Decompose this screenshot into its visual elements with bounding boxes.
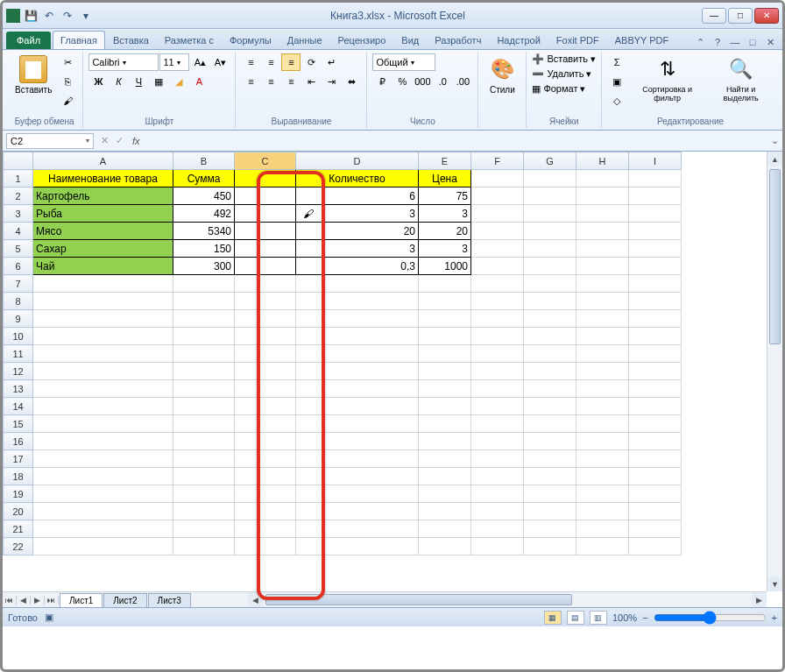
col-header-E[interactable]: E	[419, 152, 471, 170]
cell[interactable]	[235, 520, 296, 538]
doc-close-icon[interactable]: ✕	[763, 35, 777, 49]
font-color-icon[interactable]: A	[189, 73, 209, 90]
zoom-out-icon[interactable]: −	[642, 612, 647, 623]
cell[interactable]	[419, 398, 471, 415]
cell[interactable]: Рыба	[33, 205, 173, 223]
cell[interactable]	[471, 520, 524, 538]
row-header-5[interactable]: 5	[4, 240, 33, 258]
cell[interactable]	[471, 205, 524, 223]
cell[interactable]	[576, 538, 629, 555]
cell[interactable]	[524, 293, 576, 310]
cell[interactable]	[629, 205, 682, 223]
confirm-icon[interactable]: ✓	[112, 135, 127, 146]
cell[interactable]	[235, 450, 296, 468]
cell[interactable]	[576, 380, 629, 398]
ribbon-tab-данные[interactable]: Данные	[279, 31, 330, 49]
cell[interactable]	[524, 345, 576, 363]
cell[interactable]	[235, 415, 296, 433]
ribbon-tab-формулы[interactable]: Формулы	[222, 31, 279, 49]
cell[interactable]	[576, 485, 629, 503]
cell[interactable]	[419, 450, 471, 468]
paste-button[interactable]: Вставить	[11, 53, 55, 96]
cell[interactable]	[524, 328, 576, 345]
row-header-8[interactable]: 8	[4, 293, 33, 310]
ribbon-tab-вид[interactable]: Вид	[393, 31, 427, 49]
ribbon-tab-разметка с[interactable]: Разметка с	[157, 31, 222, 49]
cell[interactable]	[524, 258, 576, 275]
cell[interactable]	[629, 258, 682, 275]
dec-dec-icon[interactable]: .00	[453, 73, 472, 90]
cell[interactable]	[524, 450, 576, 468]
cell[interactable]	[471, 538, 524, 555]
cell[interactable]	[629, 538, 682, 555]
cell[interactable]: 6	[296, 187, 419, 205]
cell[interactable]	[173, 345, 235, 363]
row-header-14[interactable]: 14	[4, 398, 33, 415]
cell[interactable]	[419, 485, 471, 503]
view-normal-icon[interactable]: ▦	[544, 611, 562, 625]
cell[interactable]	[296, 538, 419, 555]
cell[interactable]	[419, 293, 471, 310]
cell[interactable]	[524, 415, 576, 433]
cell[interactable]	[173, 485, 235, 503]
orientation-icon[interactable]: ⟳	[301, 53, 321, 71]
cell[interactable]	[629, 380, 682, 398]
cell[interactable]	[471, 258, 524, 275]
font-size-dropdown[interactable]: 11▾	[159, 53, 189, 71]
cell[interactable]	[296, 485, 419, 503]
cell[interactable]	[471, 223, 524, 240]
cell[interactable]	[629, 345, 682, 363]
header-cell[interactable]: Сумма	[173, 170, 235, 187]
col-header-D[interactable]: D	[296, 152, 419, 170]
ribbon-tab-надстрой[interactable]: Надстрой	[489, 31, 548, 49]
view-break-icon[interactable]: ▥	[590, 611, 607, 625]
comma-icon[interactable]: 000	[413, 73, 432, 90]
cell[interactable]	[296, 328, 419, 345]
cell[interactable]	[419, 328, 471, 345]
cell[interactable]	[524, 485, 576, 503]
cell[interactable]	[471, 503, 524, 520]
cell[interactable]	[33, 503, 173, 520]
cell[interactable]	[173, 310, 235, 328]
scroll-down-icon[interactable]: ▼	[767, 577, 782, 591]
sort-filter-button[interactable]: ⇅ Сортировка и фильтр	[629, 53, 705, 104]
border-icon[interactable]: ▦	[149, 73, 168, 90]
cell[interactable]	[524, 433, 576, 450]
tab-nav-next-icon[interactable]: ▶	[31, 596, 45, 605]
cell[interactable]	[629, 170, 682, 187]
cell[interactable]	[419, 503, 471, 520]
cell[interactable]	[419, 380, 471, 398]
cell[interactable]	[173, 275, 235, 293]
ribbon-tab-разработч[interactable]: Разработч	[427, 31, 489, 49]
cell[interactable]	[296, 450, 419, 468]
col-header-A[interactable]: A	[33, 152, 173, 170]
col-header-I[interactable]: I	[629, 152, 682, 170]
col-header-H[interactable]: H	[576, 152, 629, 170]
cell[interactable]: Картофель	[33, 187, 173, 205]
cell[interactable]	[629, 223, 682, 240]
autosum-icon[interactable]: Σ	[607, 53, 626, 71]
tab-nav-prev-icon[interactable]: ◀	[17, 596, 31, 605]
row-header-15[interactable]: 15	[4, 415, 33, 433]
horizontal-scrollbar[interactable]: ◀ ▶	[248, 591, 767, 607]
undo-icon[interactable]: ↶	[41, 8, 57, 24]
scroll-thumb-h[interactable]	[265, 594, 572, 605]
cell[interactable]	[576, 398, 629, 415]
bold-button[interactable]: Ж	[88, 73, 108, 90]
cell[interactable]	[471, 328, 524, 345]
cell[interactable]	[235, 345, 296, 363]
cell[interactable]	[33, 520, 173, 538]
row-header-4[interactable]: 4	[4, 223, 33, 240]
header-cell[interactable]	[235, 170, 296, 187]
cell[interactable]	[471, 415, 524, 433]
cell[interactable]	[524, 310, 576, 328]
cell[interactable]	[419, 433, 471, 450]
row-header-6[interactable]: 6	[4, 258, 33, 275]
cell[interactable]	[471, 380, 524, 398]
ribbon-tab-abbyy pdf[interactable]: ABBYY PDF	[607, 31, 677, 49]
cell[interactable]	[629, 310, 682, 328]
cell[interactable]	[471, 275, 524, 293]
cell[interactable]	[471, 293, 524, 310]
styles-button[interactable]: 🎨 Стили	[484, 53, 520, 96]
wrap-text-icon[interactable]: ↵	[322, 53, 341, 71]
